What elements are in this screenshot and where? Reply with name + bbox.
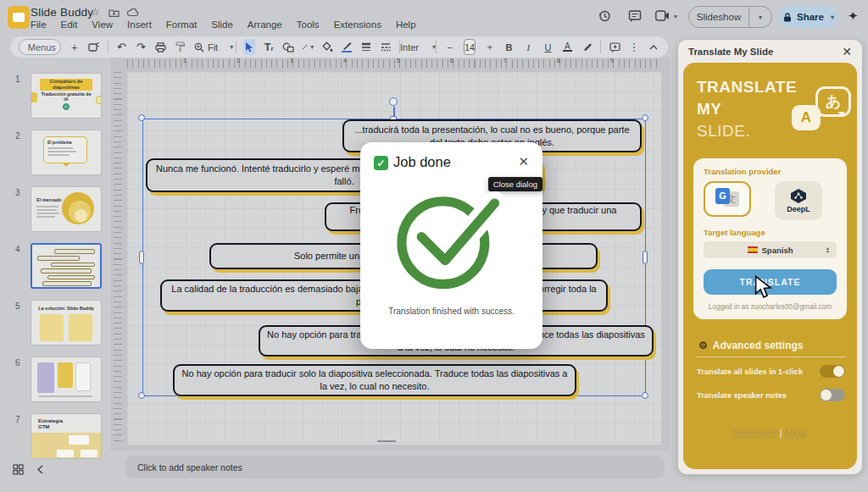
- cloud-status-icon[interactable]: [127, 8, 139, 17]
- gear-icon: ⚙: [698, 340, 708, 351]
- zoom-button[interactable]: [193, 39, 205, 55]
- undo-button[interactable]: ↶: [115, 39, 127, 55]
- menus-search-button[interactable]: Menus: [19, 39, 61, 55]
- font-size-input[interactable]: 14: [464, 39, 476, 55]
- slide-3-thumbnail[interactable]: El mercado: [31, 186, 102, 232]
- panel-title: Translate My Slide: [688, 47, 773, 57]
- new-slide-button[interactable]: ＋: [69, 39, 81, 55]
- menu-extensions[interactable]: Extensions: [334, 19, 381, 30]
- collapse-toolbar-icon[interactable]: [648, 39, 659, 55]
- line-tool[interactable]: ▾: [302, 39, 314, 55]
- select-cursor-tool[interactable]: [243, 39, 255, 55]
- menu-insert[interactable]: Insert: [127, 19, 152, 30]
- meet-camera-icon[interactable]: [655, 10, 670, 21]
- fill-color-tool[interactable]: [321, 39, 333, 55]
- grid-view-button[interactable]: [13, 464, 24, 475]
- solution-column: [69, 314, 92, 341]
- menu-help[interactable]: Help: [396, 19, 416, 30]
- target-language-select[interactable]: Spanish ▲▼: [704, 241, 837, 258]
- comments-icon[interactable]: [628, 9, 642, 23]
- slide-5-thumbnail[interactable]: La solución: Slide Buddy: [31, 300, 102, 346]
- toggle-all-slides-label: Translate all slides in 1-click: [697, 368, 803, 376]
- menu-file[interactable]: File: [31, 19, 47, 30]
- share-dropdown-icon[interactable]: ▾: [831, 14, 834, 21]
- border-weight-tool[interactable]: [360, 39, 372, 55]
- camera-dropdown-icon[interactable]: ▾: [674, 13, 677, 20]
- print-button[interactable]: [154, 39, 166, 55]
- collapse-filmstrip-icon[interactable]: [37, 465, 43, 474]
- toolbar: Menus ＋ ↶ ↷ Fit ▾ Tr ▾: [10, 36, 668, 58]
- font-family-label: Inter: [400, 42, 419, 53]
- share-button[interactable]: Share ▾: [779, 6, 838, 28]
- deepl-provider-button[interactable]: DeepL: [775, 181, 822, 220]
- gtm-box: [69, 435, 89, 445]
- menu-format[interactable]: Format: [166, 19, 197, 30]
- panel-footer-links: Need help?|About: [683, 428, 857, 438]
- toggle-speaker-notes-switch[interactable]: [820, 389, 845, 401]
- menu-view[interactable]: View: [92, 19, 113, 30]
- resize-handle-top-left[interactable]: [138, 114, 145, 121]
- version-history-icon[interactable]: [598, 9, 611, 23]
- add-comment-button[interactable]: [609, 39, 620, 55]
- caption-line: [38, 395, 92, 397]
- logged-in-status: Logged in as zuocharles00@gmail.com: [704, 302, 837, 311]
- slide-7-thumbnail[interactable]: Estrategia GTM: [31, 413, 102, 459]
- menu-slide[interactable]: Slide: [211, 19, 233, 30]
- border-dash-tool[interactable]: [380, 39, 392, 55]
- app-card-yellow: [58, 362, 73, 388]
- slideshow-dropdown-button[interactable]: ▾: [749, 6, 772, 28]
- filmstrip: 1 Compañero de diapositivas Traducción g…: [0, 59, 110, 457]
- hero-line-3: SLIDE.: [697, 120, 797, 142]
- menu-edit[interactable]: Edit: [61, 19, 78, 30]
- resize-handle-top-right[interactable]: [642, 114, 648, 121]
- deepl-icon: [790, 189, 807, 204]
- slide-6-thumbnail[interactable]: [31, 357, 102, 402]
- resize-handle-right[interactable]: [643, 251, 648, 264]
- resize-handle-left[interactable]: [139, 251, 144, 264]
- zoom-fit-select[interactable]: Fit ▾: [213, 39, 227, 55]
- advanced-settings-header[interactable]: ⚙ Advanced settings: [698, 340, 803, 351]
- resize-handle-bottom-left[interactable]: [138, 392, 145, 399]
- slideshow-button[interactable]: Slideshow: [688, 6, 749, 28]
- font-size-increase-button[interactable]: ＋: [483, 39, 495, 55]
- shape-tool[interactable]: [282, 39, 294, 55]
- move-folder-icon[interactable]: [108, 8, 120, 17]
- font-size-decrease-button[interactable]: −: [444, 39, 456, 55]
- need-help-link[interactable]: Need help?: [734, 428, 777, 438]
- font-family-select[interactable]: Inter ▾: [408, 39, 428, 55]
- slide-4-thumbnail-selected[interactable]: [31, 243, 102, 289]
- toggle-all-slides-switch[interactable]: [820, 365, 845, 378]
- slides-logo-icon[interactable]: [8, 6, 30, 29]
- speaker-notes-input[interactable]: Click to add speaker notes: [125, 456, 665, 478]
- rotation-handle[interactable]: [389, 97, 398, 106]
- bold-button[interactable]: B: [503, 39, 515, 55]
- hero-line-1: TRANSLATE: [697, 76, 797, 98]
- star-icon[interactable]: ☆: [91, 7, 100, 17]
- dialog-close-icon[interactable]: ✕: [518, 154, 529, 169]
- menus-label: Menus: [28, 42, 56, 53]
- divider: [695, 357, 845, 357]
- paint-format-button[interactable]: [174, 39, 186, 55]
- about-link[interactable]: About: [784, 428, 806, 438]
- google-translate-provider-button[interactable]: 文 G: [704, 181, 751, 217]
- gemini-sparkle-icon[interactable]: ✦: [848, 8, 859, 24]
- menu-tools[interactable]: Tools: [297, 19, 320, 30]
- more-options-icon[interactable]: ⋮: [628, 39, 640, 55]
- slide-1-thumbnail[interactable]: Compañero de diapositivas Traducción gra…: [31, 73, 102, 119]
- textbox-tool[interactable]: Tr: [263, 39, 275, 55]
- document-title[interactable]: Slide Buddy: [31, 6, 93, 19]
- slide-2-thumbnail[interactable]: El problema: [31, 130, 102, 175]
- decor-shape: [96, 96, 102, 104]
- new-slide-layout-button[interactable]: [88, 39, 100, 55]
- highlight-color-tool[interactable]: [581, 39, 593, 55]
- text-color-button[interactable]: A: [561, 39, 573, 55]
- menu-arrange[interactable]: Arrange: [248, 19, 282, 30]
- redo-button[interactable]: ↷: [135, 39, 147, 55]
- underline-button[interactable]: U: [542, 39, 554, 55]
- italic-button[interactable]: I: [522, 39, 534, 55]
- resize-handle-bottom-right[interactable]: [642, 392, 648, 399]
- slide-textbox[interactable]: No hay opción para traducir solo la diap…: [173, 364, 576, 396]
- text-color-swatch: [563, 50, 572, 53]
- border-color-tool[interactable]: [341, 39, 353, 55]
- panel-close-icon[interactable]: ✕: [842, 45, 852, 58]
